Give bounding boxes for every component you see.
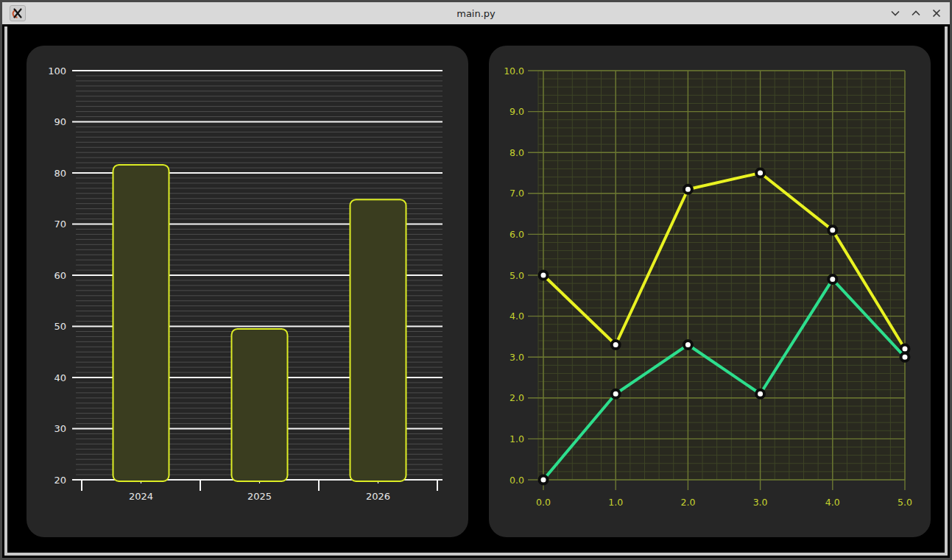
green-series-marker <box>756 390 764 398</box>
svg-text:8.0: 8.0 <box>510 147 524 158</box>
x11-logo-icon <box>12 7 24 19</box>
svg-text:100: 100 <box>48 65 66 77</box>
bar-x-axis: 202420252026 <box>82 480 437 502</box>
bar-chart-panel: 2030405060708090100202420252026 <box>27 46 468 537</box>
svg-text:9.0: 9.0 <box>510 106 524 117</box>
window-content: 2030405060708090100202420252026 0.01.02.… <box>4 26 948 556</box>
svg-text:2.0: 2.0 <box>510 392 524 403</box>
svg-text:10.0: 10.0 <box>504 65 524 77</box>
green-series-marker <box>684 341 692 349</box>
svg-text:1.0: 1.0 <box>608 497 623 508</box>
svg-text:80: 80 <box>54 168 66 179</box>
bar-2024 <box>113 165 169 481</box>
window-title: main.py <box>2 8 950 19</box>
green-series-marker <box>828 275 836 283</box>
svg-text:20: 20 <box>54 475 66 486</box>
titlebar[interactable]: main.py <box>2 2 950 24</box>
green-series-marker <box>901 353 909 361</box>
svg-text:6.0: 6.0 <box>510 229 524 240</box>
yellow-series-marker <box>612 341 620 349</box>
window-controls <box>889 7 942 19</box>
minimize-button[interactable] <box>889 7 901 19</box>
svg-text:5.0: 5.0 <box>510 270 524 281</box>
yellow-series-marker <box>828 226 836 234</box>
svg-text:0.0: 0.0 <box>510 475 524 486</box>
app-icon-button[interactable] <box>10 5 26 21</box>
svg-text:60: 60 <box>54 270 66 281</box>
svg-text:2025: 2025 <box>247 491 272 502</box>
svg-text:5.0: 5.0 <box>898 497 912 508</box>
svg-text:90: 90 <box>54 116 66 127</box>
line-chart-panel: 0.01.02.03.04.05.06.07.08.09.010.00.01.0… <box>489 46 931 537</box>
svg-text:7.0: 7.0 <box>510 188 524 199</box>
yellow-series-marker <box>540 272 548 280</box>
chevron-up-icon <box>911 8 921 18</box>
line-chart: 0.01.02.03.04.05.06.07.08.09.010.00.01.0… <box>489 46 931 537</box>
yellow-series-marker <box>756 169 764 177</box>
bar-2026 <box>350 199 406 481</box>
svg-text:2024: 2024 <box>129 491 153 502</box>
svg-text:4.0: 4.0 <box>510 311 524 322</box>
svg-text:3.0: 3.0 <box>510 352 524 363</box>
bar-chart: 2030405060708090100202420252026 <box>27 46 468 537</box>
svg-text:0.0: 0.0 <box>536 497 551 508</box>
app-window: main.py 2030405060708090100202420252026 <box>0 0 952 560</box>
svg-text:2.0: 2.0 <box>680 497 695 508</box>
svg-text:3.0: 3.0 <box>753 497 768 508</box>
svg-text:70: 70 <box>54 219 66 230</box>
svg-text:2026: 2026 <box>366 491 390 502</box>
close-icon <box>931 8 942 18</box>
svg-text:40: 40 <box>54 372 66 383</box>
chevron-down-icon <box>890 8 900 18</box>
green-series-marker <box>612 390 620 398</box>
close-button[interactable] <box>931 7 942 19</box>
svg-text:50: 50 <box>54 321 66 332</box>
maximize-button[interactable] <box>910 7 922 19</box>
svg-text:4.0: 4.0 <box>825 497 840 508</box>
svg-text:30: 30 <box>54 423 66 434</box>
green-series-marker <box>540 476 548 484</box>
bar-2025 <box>232 329 288 481</box>
yellow-series-marker <box>684 185 692 194</box>
svg-text:1.0: 1.0 <box>510 433 524 444</box>
